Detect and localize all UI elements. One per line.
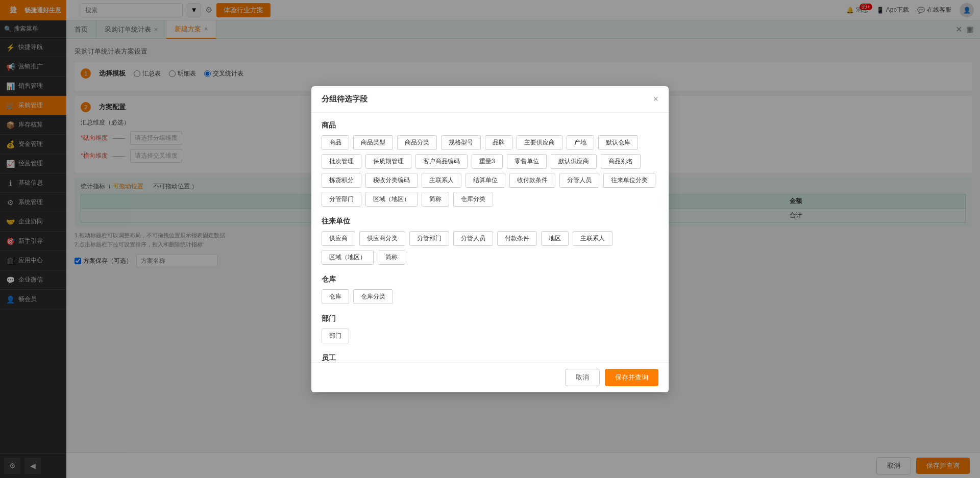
field-tag-0-15[interactable]: 拣货积分 [322,173,361,188]
field-tag-0-20[interactable]: 分管人员 [559,173,599,188]
field-tag-0-5[interactable]: 主要供应商 [517,135,562,150]
field-tag-2-1[interactable]: 仓库分类 [353,289,393,304]
field-group-4: 员工业务员 [322,354,658,362]
field-tag-0-10[interactable]: 客户商品编码 [415,154,468,169]
modal-close-button[interactable]: × [653,94,658,104]
field-tag-0-14[interactable]: 商品别名 [601,154,641,169]
field-tag-0-11[interactable]: 重量3 [472,154,503,169]
field-tag-1-0[interactable]: 供应商 [322,231,355,246]
field-tag-0-19[interactable]: 收付款条件 [509,173,555,188]
field-tag-0-4[interactable]: 品牌 [485,135,512,150]
modal-confirm-button[interactable]: 保存并查询 [605,369,658,386]
field-tag-0-8[interactable]: 批次管理 [322,154,361,169]
field-tag-3-0[interactable]: 部门 [322,329,349,343]
field-tag-0-6[interactable]: 产地 [567,135,594,150]
field-tags-0: 商品商品类型商品分类规格型号品牌主要供应商产地默认仓库批次管理保质期管理客户商品… [322,135,658,207]
field-tag-1-2[interactable]: 分管部门 [409,231,449,246]
field-tag-0-25[interactable]: 仓库分类 [453,192,493,207]
field-group-3: 部门部门 [322,314,658,343]
field-tag-1-3[interactable]: 分管人员 [453,231,493,246]
field-tag-0-2[interactable]: 商品分类 [397,135,437,150]
field-tag-1-1[interactable]: 供应商分类 [359,231,405,246]
modal-body: 商品商品商品类型商品分类规格型号品牌主要供应商产地默认仓库批次管理保质期管理客户… [311,113,669,362]
modal-footer: 取消 保存并查询 [311,362,669,392]
field-tag-1-5[interactable]: 地区 [541,231,569,246]
field-group-title-3: 部门 [322,314,658,323]
field-group-2: 仓库仓库仓库分类 [322,275,658,304]
field-tag-1-7[interactable]: 区域（地区） [322,250,374,265]
field-group-title-4: 员工 [322,354,658,362]
field-tag-0-3[interactable]: 规格型号 [441,135,481,150]
field-group-title-1: 往来单位 [322,217,658,226]
field-group-0: 商品商品商品类型商品分类规格型号品牌主要供应商产地默认仓库批次管理保质期管理客户… [322,121,658,207]
field-tag-0-16[interactable]: 税收分类编码 [365,173,418,188]
field-group-title-2: 仓库 [322,275,658,284]
modal-overlay: 分组待选字段 × 商品商品商品类型商品分类规格型号品牌主要供应商产地默认仓库批次… [0,0,980,478]
field-tag-0-17[interactable]: 主联系人 [422,173,461,188]
field-tag-0-22[interactable]: 分管部门 [322,192,361,207]
field-group-1: 往来单位供应商供应商分类分管部门分管人员付款条件地区主联系人区域（地区）简称 [322,217,658,265]
modal-header: 分组待选字段 × [311,86,669,113]
modal-sections-container: 商品商品商品类型商品分类规格型号品牌主要供应商产地默认仓库批次管理保质期管理客户… [322,121,658,362]
field-tag-0-0[interactable]: 商品 [322,135,349,150]
field-tag-1-8[interactable]: 简称 [378,250,405,265]
field-tag-1-4[interactable]: 付款条件 [497,231,537,246]
field-tags-1: 供应商供应商分类分管部门分管人员付款条件地区主联系人区域（地区）简称 [322,231,658,265]
field-tag-0-18[interactable]: 结算单位 [465,173,505,188]
field-tag-0-1[interactable]: 商品类型 [353,135,393,150]
field-tag-1-6[interactable]: 主联系人 [573,231,612,246]
field-tag-0-13[interactable]: 默认供应商 [551,154,597,169]
modal: 分组待选字段 × 商品商品商品类型商品分类规格型号品牌主要供应商产地默认仓库批次… [311,86,669,392]
field-tag-0-9[interactable]: 保质期管理 [365,154,411,169]
field-tag-0-21[interactable]: 往来单位分类 [603,173,655,188]
field-tags-3: 部门 [322,329,658,343]
field-tags-2: 仓库仓库分类 [322,289,658,304]
field-tag-0-12[interactable]: 零售单位 [507,154,547,169]
field-tag-0-24[interactable]: 简称 [422,192,449,207]
field-tag-2-0[interactable]: 仓库 [322,289,349,304]
field-tag-0-7[interactable]: 默认仓库 [598,135,638,150]
modal-title: 分组待选字段 [322,94,368,104]
modal-cancel-button[interactable]: 取消 [565,369,600,386]
field-group-title-0: 商品 [322,121,658,130]
field-tag-0-23[interactable]: 区域（地区） [365,192,418,207]
